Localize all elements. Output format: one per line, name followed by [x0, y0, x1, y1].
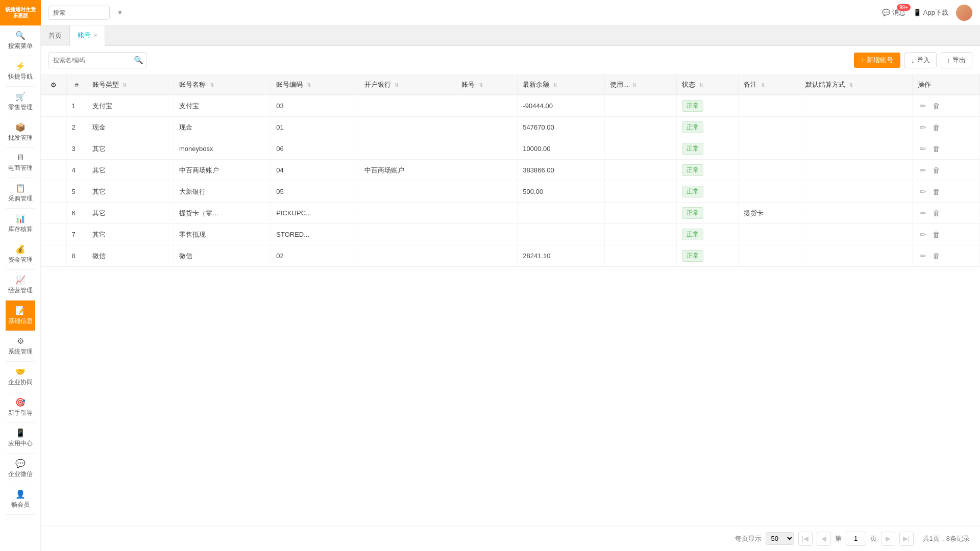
cell-code: STORED... — [271, 224, 359, 245]
edit-btn-1[interactable]: ✏ — [918, 101, 928, 112]
delete-btn-5[interactable]: 🗑 — [930, 186, 942, 197]
sidebar-item-purchase[interactable]: 📋采购管理 — [6, 178, 35, 209]
sidebar-item-system[interactable]: ⚙系统管理 — [6, 331, 35, 362]
tab-home[interactable]: 首页 — [41, 26, 70, 46]
cell-usage — [604, 138, 676, 160]
last-page-btn[interactable]: ▶| — [899, 532, 914, 546]
sidebar-item-wholesale[interactable]: 📦批发管理 — [6, 117, 35, 148]
sidebar-item-agreement[interactable]: 🤝企业协同 — [6, 362, 35, 392]
table-row: 4 其它 中百商场账户 04 中百商场账户 383866.00 正常 ✏ 🗑 — [41, 160, 980, 181]
sidebar-item-finance[interactable]: 💰资金管理 — [6, 239, 35, 270]
cell-code: 03 — [271, 95, 359, 117]
th-account-no[interactable]: 账号 ⇅ — [456, 75, 517, 95]
edit-btn-7[interactable]: ✏ — [918, 229, 928, 240]
sidebar-item-wechat[interactable]: 💬企业微信 — [6, 454, 35, 484]
cell-remark — [739, 224, 800, 245]
first-page-btn[interactable]: |◀ — [798, 532, 813, 546]
delete-btn-2[interactable]: 🗑 — [930, 122, 942, 133]
topbar-dropdown-arrow[interactable]: ▼ — [117, 9, 123, 16]
sidebar-item-operations[interactable]: 📈经营管理 — [6, 270, 35, 300]
delete-btn-4[interactable]: 🗑 — [930, 165, 942, 176]
prev-page-btn[interactable]: ◀ — [817, 532, 831, 546]
sidebar-item-basic[interactable]: 📝基础信息 — [6, 300, 35, 331]
edit-btn-6[interactable]: ✏ — [918, 208, 928, 219]
tab-label-account: 账号 — [78, 31, 91, 40]
cell-action: ✏ 🗑 — [912, 95, 979, 117]
cell-usage — [604, 224, 676, 245]
sidebar-item-member[interactable]: 👤畅会员 — [6, 484, 35, 515]
per-page-label: 每页显示 — [735, 534, 762, 543]
sidebar-item-inventory[interactable]: 📊库存核算 — [6, 209, 35, 239]
cell-type: 其它 — [87, 181, 174, 203]
cell-default-settle — [800, 138, 912, 160]
pagination: 每页显示 50 20 100 |◀ ◀ 第 1 页 ▶ ▶| 共1页，8条记录 — [41, 525, 980, 551]
th-code[interactable]: 账号编码 ⇅ — [271, 75, 359, 95]
search-button[interactable]: 🔍 — [131, 53, 146, 68]
add-account-button[interactable]: + 新增账号 — [854, 53, 900, 68]
cell-account-no — [456, 117, 517, 138]
tabs-bar: 首页账号× — [41, 26, 980, 46]
cell-settings — [41, 181, 66, 203]
delete-btn-3[interactable]: 🗑 — [930, 143, 942, 154]
import-button[interactable]: ↓ 导入 — [904, 52, 937, 68]
th-type[interactable]: 账号类型 ⇅ — [87, 75, 174, 95]
sidebar-icon-agreement: 🤝 — [15, 367, 26, 377]
sidebar-item-ecommerce[interactable]: 🖥电商管理 — [6, 148, 35, 178]
sidebar-icon-retail: 🛒 — [15, 92, 26, 102]
cell-bank — [359, 224, 456, 245]
next-page-btn[interactable]: ▶ — [881, 532, 895, 546]
sidebar-label-wechat: 企业微信 — [8, 470, 33, 479]
edit-btn-2[interactable]: ✏ — [918, 122, 928, 133]
edit-btn-4[interactable]: ✏ — [918, 165, 928, 176]
edit-btn-5[interactable]: ✏ — [918, 186, 928, 197]
table-row: 7 其它 零售抵现 STORED... 正常 ✏ 🗑 — [41, 224, 980, 245]
sidebar-item-retail[interactable]: 🛒零售管理 — [6, 87, 35, 117]
th-settings[interactable]: ⚙ — [41, 75, 66, 95]
delete-btn-1[interactable]: 🗑 — [930, 101, 942, 111]
sidebar-icon-purchase: 📋 — [15, 183, 26, 193]
th-name[interactable]: 账号名称 ⇅ — [174, 75, 271, 95]
cell-name: 提货卡（零… — [174, 203, 271, 224]
sidebar-item-appstore[interactable]: 📱应用中心 — [6, 423, 35, 454]
tab-close-account[interactable]: × — [94, 32, 97, 38]
th-status[interactable]: 状态 ⇅ — [677, 75, 739, 95]
th-remark[interactable]: 备注 ⇅ — [739, 75, 800, 95]
cell-balance: 383866.00 — [518, 160, 604, 181]
cell-status: 正常 — [677, 224, 739, 245]
th-default-settle[interactable]: 默认结算方式 ⇅ — [800, 75, 912, 95]
sidebar-icon-newuser: 🎯 — [15, 397, 26, 407]
delete-btn-6[interactable]: 🗑 — [930, 208, 942, 218]
th-bank[interactable]: 开户银行 ⇅ — [359, 75, 456, 95]
sidebar-icon-system: ⚙ — [17, 336, 24, 346]
topbar-search-input[interactable] — [48, 6, 110, 20]
user-avatar[interactable] — [956, 5, 972, 21]
status-badge: 正常 — [682, 100, 703, 112]
export-button[interactable]: ↑ 导出 — [941, 52, 973, 68]
topbar-message-btn[interactable]: 💬 消息 99+ — [882, 8, 905, 17]
sidebar-label-basic: 基础信息 — [8, 317, 33, 325]
cell-name: 大新银行 — [174, 181, 271, 203]
cell-num: 5 — [66, 181, 87, 203]
topbar-app-download-btn[interactable]: 📱 App下载 — [913, 8, 948, 17]
cell-default-settle — [800, 117, 912, 138]
cell-usage — [604, 160, 676, 181]
sidebar-item-search[interactable]: 🔍搜索菜单 — [6, 26, 35, 56]
th-usage[interactable]: 使用... ⇅ — [604, 75, 676, 95]
edit-btn-8[interactable]: ✏ — [918, 251, 928, 262]
edit-btn-3[interactable]: ✏ — [918, 143, 928, 155]
sidebar-item-quicknav[interactable]: ⚡快捷导航 — [6, 56, 35, 87]
page-size-select[interactable]: 50 20 100 — [766, 532, 794, 545]
cell-account-no — [456, 160, 517, 181]
import-icon: ↓ — [911, 57, 915, 64]
sidebar-item-newuser[interactable]: 🎯新手引导 — [6, 392, 35, 423]
search-input[interactable] — [49, 53, 131, 68]
cell-code: PICKUPC... — [271, 203, 359, 224]
tab-account[interactable]: 账号× — [70, 26, 105, 46]
delete-btn-8[interactable]: 🗑 — [930, 251, 942, 261]
page-number-input[interactable]: 1 — [846, 532, 866, 546]
status-badge: 正常 — [682, 121, 703, 133]
delete-btn-7[interactable]: 🗑 — [930, 229, 942, 240]
cell-settings — [41, 203, 66, 224]
th-balance[interactable]: 最新余额 ⇅ — [518, 75, 604, 95]
sidebar-label-appstore: 应用中心 — [8, 439, 33, 448]
